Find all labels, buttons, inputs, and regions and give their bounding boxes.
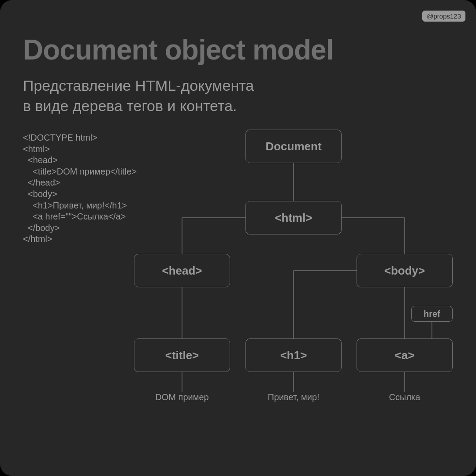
author-badge: @props123 xyxy=(422,11,465,22)
tree-node-title: <title> xyxy=(134,338,230,372)
tree-leaf-a-text: Ссылка xyxy=(357,392,453,402)
html-code-sample: <!DOCTYPE html> <html> <head> <title>DOM… xyxy=(23,132,137,245)
subtitle-line-2: в виде дерева тегов и контета. xyxy=(23,97,237,114)
tree-node-document: Document xyxy=(245,130,342,163)
subtitle-line-1: Представление HTML-документа xyxy=(23,77,254,94)
tree-node-href-attr: href xyxy=(411,306,453,322)
tree-node-h1: <h1> xyxy=(245,338,342,372)
slide-card: @props123 Document object model Представ… xyxy=(0,0,476,476)
tree-node-a: <a> xyxy=(357,338,453,372)
page-title: Document object model xyxy=(23,33,453,66)
subtitle: Представление HTML-документа в виде дере… xyxy=(23,76,453,116)
tree-leaf-h1-text: Привет, мир! xyxy=(245,392,342,402)
tree-node-html: <html> xyxy=(245,201,342,234)
tree-node-body: <body> xyxy=(357,254,453,287)
tree-leaf-title-text: DOM пример xyxy=(134,392,230,402)
tree-node-head: <head> xyxy=(134,254,230,287)
